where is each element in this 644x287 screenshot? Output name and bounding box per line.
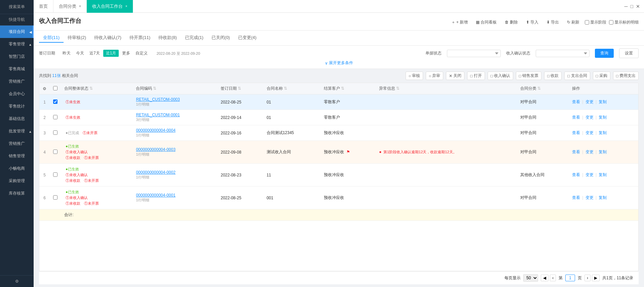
tab-income-workbench[interactable]: 收入合同工作台 × <box>87 0 133 13</box>
edit-link[interactable]: 变更 <box>585 172 594 177</box>
sidebar-item-marketing[interactable]: 营销推广 <box>0 75 34 88</box>
contract-code-link[interactable]: 0000000000004-0004 <box>136 128 214 133</box>
col-exception[interactable]: 异常信息⇅ <box>376 83 517 94</box>
custom-btn[interactable]: 自定义 <box>134 50 150 57</box>
close-button[interactable]: ✕ <box>636 4 640 9</box>
income-confirm-button[interactable]: □ 收入确认 <box>488 72 513 80</box>
outgoing-button[interactable]: □ 支出合同 <box>564 72 590 80</box>
sidebar-item-member[interactable]: 会员中心 <box>0 88 34 100</box>
show-detail-checkbox[interactable]: 显示标的明细 <box>609 19 639 25</box>
contract-code-link[interactable]: 0000000000004-0001 <box>136 193 214 198</box>
sidebar-quicknav[interactable]: 快捷导航 <box>0 14 34 26</box>
col-name[interactable]: 合同名称⇅ <box>263 83 320 94</box>
purchase-button[interactable]: □ 采购 <box>593 72 610 80</box>
filter-tab-completed[interactable]: 已完成(1) <box>181 33 207 43</box>
tab-home[interactable]: 首页 <box>34 0 53 13</box>
minimize-button[interactable]: ─ <box>624 4 628 9</box>
page-size-select[interactable]: 50 <box>523 274 538 282</box>
new-button[interactable]: ＋ + 新增 <box>449 18 470 27</box>
row-checkbox[interactable] <box>53 150 58 154</box>
kanban-button[interactable]: ▦ 合同看板 <box>473 18 499 27</box>
payment-button[interactable]: □ 收款 <box>544 72 562 80</box>
open-button[interactable]: □ 打开 <box>467 72 485 80</box>
row-checkbox[interactable] <box>53 130 58 135</box>
show-stage-checkbox[interactable]: 显示阶段 <box>585 19 606 25</box>
row-checkbox[interactable] <box>53 172 58 177</box>
current-page[interactable]: 1 <box>565 275 575 281</box>
view-link[interactable]: 查看 <box>572 130 580 135</box>
contract-code-link[interactable]: 0000000000004-0003 <box>136 147 214 152</box>
view-link[interactable]: 查看 <box>572 195 580 200</box>
view-link[interactable]: 查看 <box>572 99 580 104</box>
filter-settings-button[interactable]: 设置 <box>619 48 639 58</box>
view-link[interactable]: 查看 <box>572 115 580 120</box>
sidebar-item-xc-ecommerce[interactable]: 小畅电商 <box>0 162 34 175</box>
edit-link[interactable]: 变更 <box>585 195 594 200</box>
filter-tab-pending-review[interactable]: 待审核(2) <box>64 33 90 43</box>
row-checkbox[interactable] <box>53 195 58 200</box>
last7-btn[interactable]: 近7天 <box>87 50 102 57</box>
prev-page-button[interactable]: ‹ <box>550 275 556 281</box>
today-btn[interactable]: 今天 <box>74 50 86 57</box>
col-category[interactable]: 合同分类⇅ <box>517 83 569 94</box>
refresh-button[interactable]: ↻ 刷新 <box>564 18 582 27</box>
filter-tab-pending-income-confirm[interactable]: 待收入确认(7) <box>90 33 125 43</box>
review-button[interactable]: ○ 审核 <box>406 72 423 80</box>
contract-code-link[interactable]: RETAIL_CUSTOM-0003 <box>136 97 214 102</box>
select-all-checkbox[interactable] <box>53 86 58 90</box>
last-page-button[interactable]: ▶ <box>592 275 600 281</box>
import-button[interactable]: ⬆ 导入 <box>523 18 541 27</box>
filter-tab-changed[interactable]: 已变更(4) <box>234 33 261 43</box>
income-confirm-select[interactable] <box>536 50 590 57</box>
yesterday-btn[interactable]: 昨天 <box>61 50 73 57</box>
sidebar-item-wholesale[interactable]: 批发管理 ▲ <box>0 125 34 137</box>
sidebar-search[interactable]: 搜索菜单 <box>0 0 34 14</box>
first-page-button[interactable]: ◀ <box>541 275 548 281</box>
col-customer[interactable]: 结算客户⇅ <box>320 83 376 94</box>
sidebar-item-sales-mgmt[interactable]: 销售管理 <box>0 150 34 162</box>
filter-tab-all[interactable]: 全部(11) <box>39 33 64 43</box>
copy-link[interactable]: 复制 <box>599 150 607 154</box>
sales-invoice-button[interactable]: □ 销售发票 <box>516 72 541 80</box>
sidebar-item-basic-info[interactable]: 基础信息 <box>0 113 34 125</box>
contract-code-link[interactable]: RETAIL_CUSTOM-0001 <box>136 113 214 117</box>
sidebar-item-retail[interactable]: 零售管理 ▲ <box>0 38 34 50</box>
col-status[interactable]: 合同整体状态⇅ <box>61 83 132 94</box>
copy-link[interactable]: 复制 <box>599 99 607 104</box>
row-checkbox[interactable] <box>53 99 58 104</box>
row-checkbox[interactable] <box>53 115 58 119</box>
edit-link[interactable]: 变更 <box>585 115 594 120</box>
expense-button[interactable]: □ 费用支出 <box>613 72 639 80</box>
tab-close-icon[interactable]: × <box>125 4 127 8</box>
close-button[interactable]: ✕ 关闭 <box>446 72 464 80</box>
maximize-button[interactable]: □ <box>631 4 633 9</box>
copy-link[interactable]: 复制 <box>599 195 607 200</box>
abandon-review-button[interactable]: ○ 弃审 <box>426 72 443 80</box>
edit-link[interactable]: 变更 <box>585 150 594 154</box>
filter-tab-pending-invoice[interactable]: 待开票(11) <box>125 33 154 43</box>
more-btn[interactable]: 更多 <box>120 50 132 57</box>
edit-link[interactable]: 变更 <box>585 99 594 104</box>
view-link[interactable]: 查看 <box>572 172 580 177</box>
tab-close-icon[interactable]: × <box>79 4 81 8</box>
contract-code-link[interactable]: 0000000000004-0002 <box>136 170 214 175</box>
col-code[interactable]: 合同编码⇅ <box>132 83 217 94</box>
col-sign-date[interactable]: 签订日期⇅ <box>217 83 263 94</box>
sidebar-item-marketing2[interactable]: 营销推广 <box>0 137 34 150</box>
export-button[interactable]: ⬇ 导出 <box>544 18 562 27</box>
col-settings[interactable]: ⚙ <box>39 83 50 94</box>
copy-link[interactable]: 复制 <box>599 172 607 177</box>
tab-contract-category[interactable]: 合同分类 × <box>53 0 87 13</box>
copy-link[interactable]: 复制 <box>599 115 607 120</box>
sidebar-item-project[interactable]: 项目合同 ◀ <box>0 26 34 38</box>
last1month-btn[interactable]: 近1月 <box>103 50 119 57</box>
sidebar-item-retail-mall[interactable]: 零售商城 <box>0 63 34 75</box>
sidebar-item-purchase[interactable]: 采购管理 <box>0 175 34 187</box>
sidebar-item-retail-stat[interactable]: 零售统计 <box>0 100 34 113</box>
filter-tab-closed[interactable]: 已关闭(0) <box>207 33 234 43</box>
sidebar-settings-icon[interactable]: ⚙ <box>0 275 34 287</box>
filter-tab-pending-payment[interactable]: 待收款(8) <box>154 33 181 43</box>
sidebar-item-smart-store[interactable]: 智慧门店 <box>0 50 34 63</box>
delete-button[interactable]: 🗑 删除 <box>502 18 521 27</box>
sidebar-item-inventory[interactable]: 库存核算 <box>0 187 34 200</box>
